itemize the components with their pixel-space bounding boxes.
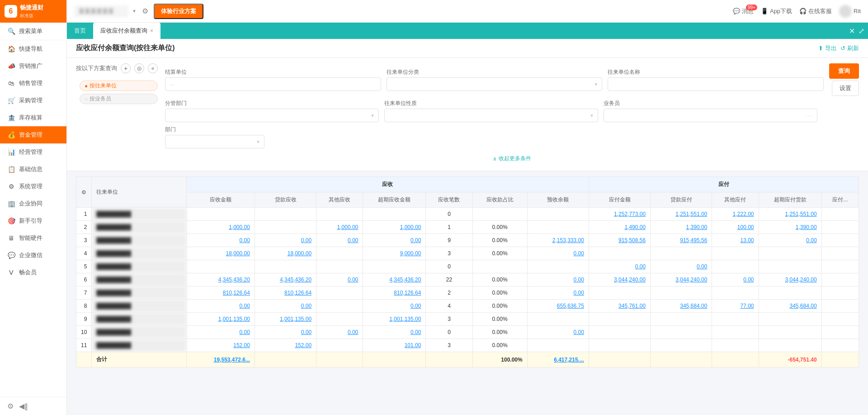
partner-nature-input[interactable]: ▼: [384, 109, 598, 122]
search-menu-item[interactable]: 🔍 搜索菜单: [0, 23, 66, 40]
salesperson-input[interactable]: ···: [604, 109, 817, 122]
filter-label: 按以下方案查询: [76, 64, 117, 72]
sidebar-item-purchase[interactable]: 🛒 采购管理: [0, 92, 66, 109]
collapse-filter-button[interactable]: ∧ 收起更多条件: [165, 152, 859, 165]
version-badge: 标准版: [20, 13, 43, 19]
filter-department: 部门 ▼: [165, 126, 264, 148]
col-partner: 往来单位: [92, 177, 186, 208]
search-icon: 🔍: [7, 28, 15, 35]
table-row: 5█████████00.000.00: [76, 260, 859, 273]
col-ar-prepaid: 预收余额: [527, 192, 589, 208]
sidebar-item-finance[interactable]: 💰 资金管理: [0, 126, 66, 143]
dept-arrow-icon: ▼: [370, 113, 375, 118]
sidebar-item-sales[interactable]: 🛍 销售管理: [0, 75, 66, 92]
page-title: 应收应付余额查询(按往来单位): [76, 43, 175, 53]
message-icon: 💬: [733, 8, 740, 14]
filter-add-button[interactable]: +: [121, 63, 131, 73]
sidebar-item-vip[interactable]: Ⅴ 畅会员: [0, 264, 66, 281]
message-badge: 99+: [746, 5, 757, 10]
tab-close-icon[interactable]: ×: [150, 28, 153, 34]
partner-name-input[interactable]: [608, 77, 824, 91]
settlement-unit-input[interactable]: ···: [165, 77, 381, 91]
message-action[interactable]: 💬 消息 99+: [733, 7, 754, 15]
sidebar: 6 畅捷通财 标准版 🔍 搜索菜单 🏠 快捷导航 📣 营销推广 🛍 销售管理 🛒…: [0, 0, 67, 415]
online-service-action[interactable]: 🎧 在线客服: [799, 7, 832, 15]
col-ap-overdue: 超期应付货款: [759, 192, 821, 208]
partner-category-input[interactable]: ▼: [387, 77, 603, 91]
department-input[interactable]: ▼: [165, 135, 264, 148]
dots-icon: ···: [169, 81, 174, 88]
nature-arrow-icon: ▼: [590, 113, 594, 118]
collapse-sidebar-icon[interactable]: ◀‖: [19, 402, 28, 410]
partner-nature-label: 往来单位性质: [384, 100, 598, 107]
table-row: 11█████████152.00152.00101.0030.00%: [76, 339, 859, 352]
filter-salesperson: 业务员 ···: [604, 100, 817, 122]
filter-partner-name: 往来单位名称: [608, 68, 824, 91]
query-button[interactable]: 查询: [829, 63, 859, 79]
sidebar-item-marketing[interactable]: 📣 营销推广: [0, 57, 66, 75]
footer-ar-amount[interactable]: 19,553,472,6...: [186, 352, 255, 367]
settlement-unit-label: 结算单位: [165, 68, 381, 76]
sidebar-item-quicknav[interactable]: 🏠 快捷导航: [0, 40, 66, 57]
user-avatar[interactable]: Rit: [839, 5, 861, 18]
sidebar-item-operation[interactable]: 📊 经营管理: [0, 143, 66, 161]
sidebar-item-basicinfo[interactable]: 📋 基础信息: [0, 161, 66, 178]
tab-bar-right: ✕ ⤢: [849, 27, 868, 35]
filter-scheme-button[interactable]: ◎: [134, 63, 144, 73]
col-ar-other: 其他应收: [316, 192, 363, 208]
footer-ar-prepaid[interactable]: 6,417,215....: [527, 352, 589, 367]
col-ap-amount: 应付金额: [589, 192, 650, 208]
table-row: 7█████████810,126.64810,126.64810,126.64…: [76, 286, 859, 300]
col-group-receivable: 应收: [186, 177, 589, 192]
tab-ar-ap[interactable]: 应收应付余额查询 ×: [93, 23, 160, 39]
promo-button[interactable]: 体验行业方案: [154, 4, 203, 19]
tab-home[interactable]: 首页: [67, 23, 93, 39]
col-ap-other: 其他应付: [712, 192, 759, 208]
page-actions: ⬆ 导出 ↺ 刷新: [818, 44, 859, 52]
footer-ar-count: [426, 352, 472, 367]
footer-ar-other: [316, 352, 363, 367]
download-icon: 📱: [761, 8, 768, 14]
brand-arrow-icon[interactable]: ▼: [132, 9, 137, 14]
salesperson-label: 业务员: [604, 100, 817, 107]
app-download-action[interactable]: 📱 App下载: [761, 7, 792, 15]
sidebar-item-smarthw[interactable]: 🖥 智能硬件: [0, 229, 66, 247]
col-ap-more: 应付...: [821, 192, 859, 208]
sidebar-item-guide[interactable]: 🎯 新手引导: [0, 212, 66, 229]
settings-bottom-icon[interactable]: ⚙: [7, 402, 14, 410]
scheme-partner-tag[interactable]: ● 按往来单位: [80, 81, 158, 91]
col-settings[interactable]: ⚙: [76, 177, 92, 208]
sidebar-item-inventory[interactable]: 🏦 库存核算: [0, 109, 66, 126]
page-header: 应收应付余额查询(按往来单位) ⬆ 导出 ↺ 刷新: [67, 39, 868, 58]
brand-text: 某某某某某某: [74, 5, 128, 17]
col-ar-loan: 贷款应收: [255, 192, 316, 208]
refresh-button[interactable]: ↺ 刷新: [840, 44, 859, 52]
partner-name-label: 往来单位名称: [608, 68, 824, 76]
tab-close-window-icon[interactable]: ✕: [849, 27, 855, 35]
dept2-arrow-icon: ▼: [256, 139, 260, 144]
table-row: 9█████████1,001,135.001,001,135.001,001,…: [76, 313, 859, 326]
tab-fullscreen-icon[interactable]: ⤢: [859, 27, 864, 35]
sidebar-item-corpcollab[interactable]: 🏢 企业协同: [0, 195, 66, 212]
refresh-icon: ↺: [840, 45, 845, 52]
scheme-salesperson-tag[interactable]: ○ 按业务员: [80, 94, 158, 104]
filter-collapse-button[interactable]: «: [148, 63, 158, 73]
dropdown-arrow-icon: ▼: [594, 82, 598, 87]
table-row: 3█████████0.000.000.000.0090.00%2,153,33…: [76, 234, 859, 247]
collapse-icon: ∧: [493, 156, 497, 162]
table-row: 2█████████1,000.001,000.001,000.0010.00%…: [76, 221, 859, 234]
sidebar-item-corpwx[interactable]: 💬 企业微信: [0, 247, 66, 264]
export-button[interactable]: ⬆ 导出: [818, 44, 837, 52]
footer-empty1: [76, 352, 92, 367]
tab-bar: 首页 应收应付余额查询 × ✕ ⤢: [67, 23, 868, 39]
sidebar-item-system[interactable]: ⚙ 系统管理: [0, 178, 66, 195]
filter-partner-nature: 往来单位性质 ▼: [384, 100, 598, 122]
settings-button[interactable]: 设置: [832, 81, 859, 96]
footer-ar-overdue: [363, 352, 426, 367]
data-table: ⚙ 往来单位 应收 应付 应收金额 贷款应收 其他应收 超期应收金额 应收笔数 …: [76, 176, 859, 367]
dept-manager-input[interactable]: ▼: [165, 109, 379, 122]
logo-icon: 6: [5, 5, 17, 18]
col-ar-ratio: 应收款占比: [472, 192, 527, 208]
gear-icon[interactable]: ⚙: [142, 7, 148, 15]
table-row: 4█████████18,000.0018,000.009,000.0030.0…: [76, 247, 859, 260]
